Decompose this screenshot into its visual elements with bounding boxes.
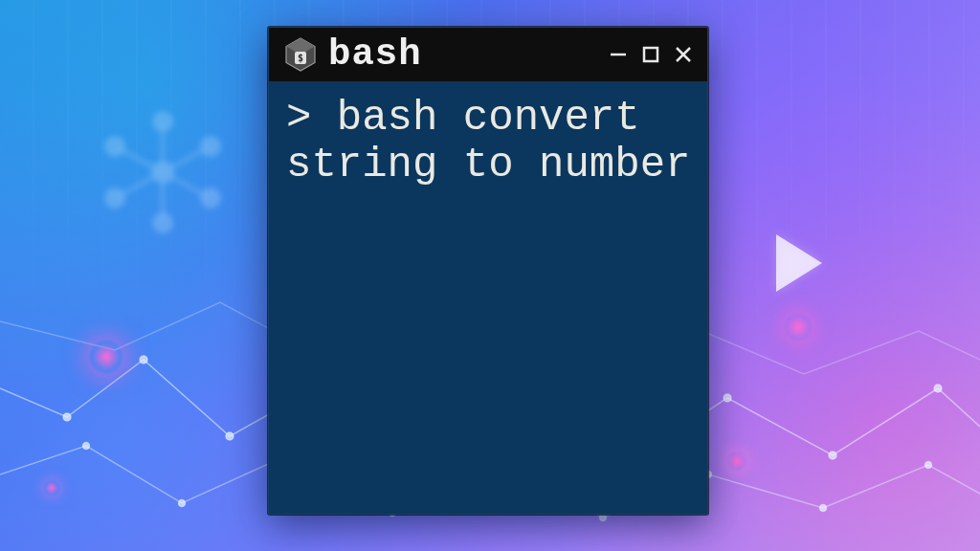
- lens-flare-decoration: [90, 341, 122, 373]
- svg-line-10: [163, 146, 211, 172]
- maximize-button[interactable]: [640, 44, 661, 65]
- terminal-body[interactable]: > bash convert string to number: [269, 81, 707, 514]
- terminal-window: $ bash > bash convert string to number: [268, 27, 708, 515]
- svg-line-12: [163, 172, 211, 198]
- lens-flare-decoration: [44, 480, 59, 496]
- app-title: bash: [328, 33, 422, 76]
- close-button[interactable]: [673, 44, 694, 65]
- bash-hex-icon: $: [280, 34, 321, 75]
- play-triangle-decoration: [776, 234, 822, 292]
- svg-rect-37: [644, 48, 657, 61]
- svg-line-9: [115, 146, 163, 172]
- window-titlebar[interactable]: $ bash: [269, 28, 707, 81]
- svg-line-11: [115, 172, 163, 198]
- prompt-symbol: >: [286, 94, 311, 142]
- svg-text:$: $: [298, 53, 303, 63]
- lens-flare-decoration: [727, 452, 746, 471]
- window-controls: [608, 44, 694, 65]
- minimize-button[interactable]: [608, 44, 629, 65]
- lens-flare-decoration: [785, 314, 812, 341]
- command-text: bash convert string to number: [286, 94, 690, 188]
- hexagon-molecule-decoration: [91, 100, 234, 244]
